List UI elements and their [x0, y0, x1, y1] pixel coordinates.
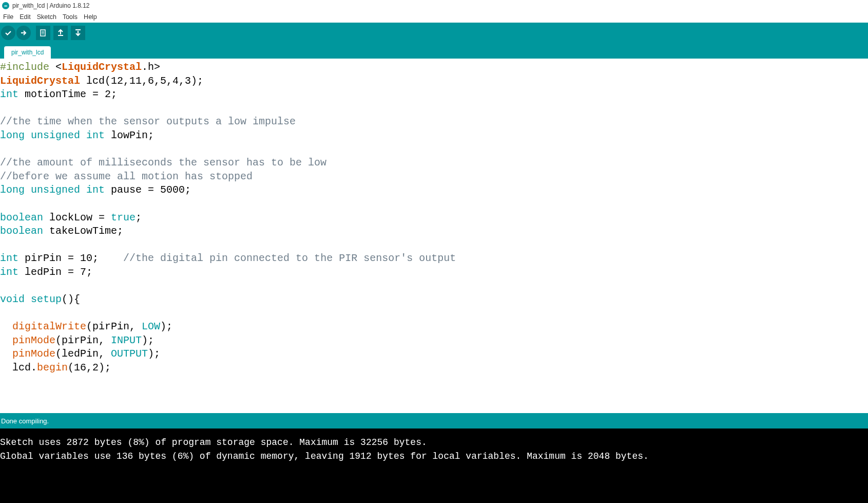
menu-help[interactable]: Help	[81, 12, 100, 22]
menu-file[interactable]: File	[0, 12, 16, 22]
tab-bar: pir_with_lcd	[0, 43, 868, 59]
open-button[interactable]	[53, 26, 68, 40]
console-partial-line	[0, 429, 868, 436]
status-text: Done compiling.	[1, 417, 49, 425]
window-titlebar: ∞ pir_with_lcd | Arduino 1.8.12	[0, 0, 868, 11]
window-title: pir_with_lcd | Arduino 1.8.12	[12, 2, 90, 9]
menu-sketch[interactable]: Sketch	[34, 12, 60, 22]
new-button[interactable]	[36, 26, 50, 40]
status-bar: Done compiling.	[0, 413, 868, 429]
menu-edit[interactable]: Edit	[16, 12, 34, 22]
save-button[interactable]	[71, 26, 85, 40]
menu-tools[interactable]: Tools	[60, 12, 81, 22]
verify-button[interactable]	[1, 26, 15, 40]
console-line-1: Sketch uses 2872 bytes (8%) of program s…	[0, 436, 868, 450]
code-editor[interactable]: #include <LiquidCrystal.h> LiquidCrystal…	[0, 59, 868, 413]
tab-sketch[interactable]: pir_with_lcd	[4, 46, 51, 59]
console-line-2: Global variables use 136 bytes (6%) of d…	[0, 450, 868, 463]
upload-button[interactable]	[16, 26, 31, 40]
toolbar	[0, 23, 868, 43]
menu-bar: File Edit Sketch Tools Help	[0, 11, 868, 23]
arduino-app-icon: ∞	[2, 2, 9, 9]
console-output[interactable]: Sketch uses 2872 bytes (8%) of program s…	[0, 429, 868, 503]
